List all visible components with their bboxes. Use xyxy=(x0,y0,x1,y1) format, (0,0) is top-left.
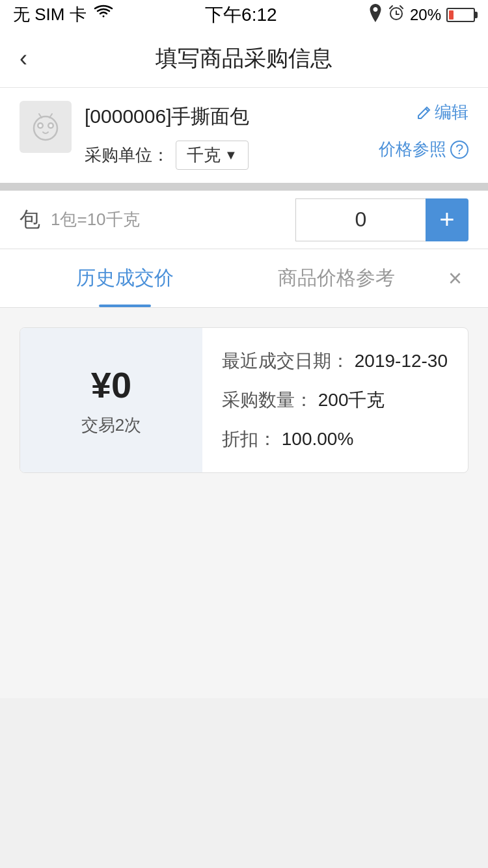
svg-point-5 xyxy=(49,124,53,128)
carrier-text: 无 SIM 卡 xyxy=(13,3,87,26)
gray-divider xyxy=(0,183,488,191)
purchase-qty-label: 采购数量： xyxy=(222,390,313,410)
sim-card-icon xyxy=(93,5,114,25)
discount-row: 折扣： 100.00% xyxy=(222,426,448,453)
history-card: ¥0 交易2次 最近成交日期： 2019-12-30 采购数量： 200千克 折… xyxy=(20,327,468,473)
location-icon xyxy=(368,4,383,26)
edit-label: 编辑 xyxy=(435,101,468,124)
unit-label: 包 1包=10千克 xyxy=(20,206,140,234)
recent-date-value: 2019-12-30 xyxy=(355,351,448,371)
product-right: 编辑 价格参照 ? xyxy=(379,101,468,161)
tab-history-price[interactable]: 历史成交价 xyxy=(20,249,230,307)
chevron-down-icon: ▼ xyxy=(224,148,237,163)
plus-button[interactable]: + xyxy=(426,198,468,241)
trade-count: 交易2次 xyxy=(81,414,141,437)
edit-button[interactable]: 编辑 xyxy=(416,101,468,124)
page-title: 填写商品采购信息 xyxy=(156,44,332,74)
purchase-qty-value: 200千克 xyxy=(318,390,385,410)
svg-point-4 xyxy=(39,124,42,128)
purchase-unit-row: 采购单位： 千克 ▼ xyxy=(85,141,249,170)
card-price-area: ¥0 交易2次 xyxy=(20,328,202,472)
product-section: [0000006]手撕面包 采购单位： 千克 ▼ 编辑 价格参照 xyxy=(0,88,488,183)
discount-value: 100.00% xyxy=(282,429,354,449)
card-details: 最近成交日期： 2019-12-30 采购数量： 200千克 折扣： 100.0… xyxy=(202,328,468,472)
price-ref-label: 价格参照 xyxy=(379,138,446,161)
price-reference-button[interactable]: 价格参照 ? xyxy=(379,138,468,161)
purchase-unit-label: 采购单位： xyxy=(85,144,169,167)
svg-point-1 xyxy=(34,116,57,140)
battery-percent: 20% xyxy=(410,6,441,24)
status-left: 无 SIM 卡 xyxy=(13,3,114,26)
unit-value: 千克 xyxy=(187,144,221,167)
unit-conversion: 1包=10千克 xyxy=(51,208,140,231)
recent-date-label: 最近成交日期： xyxy=(222,351,349,371)
quantity-control: 0 + xyxy=(295,198,468,241)
tab-product-price-ref[interactable]: 商品价格参考 xyxy=(230,249,441,307)
status-right: 20% xyxy=(368,4,475,26)
quantity-input[interactable]: 0 xyxy=(295,198,426,241)
tab-active-indicator xyxy=(99,305,151,307)
quantity-section: 包 1包=10千克 0 + xyxy=(0,191,488,249)
nav-bar: ‹ 填写商品采购信息 xyxy=(0,29,488,88)
status-bar: 无 SIM 卡 下午6:12 20% xyxy=(0,0,488,29)
quantity-value: 0 xyxy=(355,208,367,232)
product-left: [0000006]手撕面包 采购单位： 千克 ▼ xyxy=(20,101,249,170)
close-tab-button[interactable]: × xyxy=(442,265,468,292)
product-name: [0000006]手撕面包 xyxy=(85,103,249,130)
back-button[interactable]: ‹ xyxy=(20,38,34,79)
card-price: ¥0 xyxy=(91,364,131,406)
battery-icon xyxy=(446,8,475,22)
product-thumbnail xyxy=(20,101,72,153)
status-time: 下午6:12 xyxy=(205,3,277,27)
tab-product-price-label: 商品价格参考 xyxy=(278,265,395,292)
product-name-area: [0000006]手撕面包 采购单位： 千克 ▼ xyxy=(85,103,249,170)
tab-history-label: 历史成交价 xyxy=(76,265,174,292)
discount-label: 折扣： xyxy=(222,429,277,449)
history-section: ¥0 交易2次 最近成交日期： 2019-12-30 采购数量： 200千克 折… xyxy=(0,308,488,698)
unit-dropdown[interactable]: 千克 ▼ xyxy=(176,141,249,170)
purchase-qty-row: 采购数量： 200千克 xyxy=(222,387,448,414)
unit-char: 包 xyxy=(20,206,40,234)
help-icon: ? xyxy=(450,141,468,159)
recent-date-row: 最近成交日期： 2019-12-30 xyxy=(222,347,448,375)
alarm-icon xyxy=(388,5,405,25)
tabs-section: 历史成交价 商品价格参考 × xyxy=(0,249,488,308)
